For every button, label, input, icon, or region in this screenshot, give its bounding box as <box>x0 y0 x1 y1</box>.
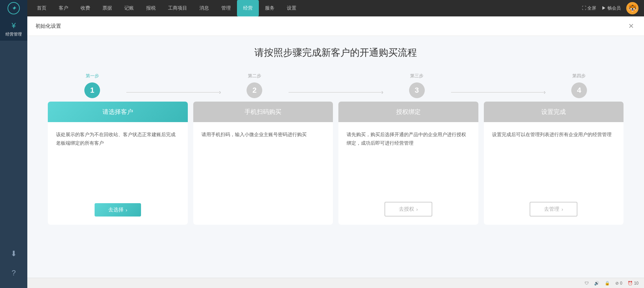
step-card-4: 设置完成 设置完成后可以在管理列表进行所有企业用户的经营管理 去管理 › <box>484 102 624 225</box>
nav-fee[interactable]: 收费 <box>74 0 96 16</box>
card-2-header: 手机扫码购买 <box>193 102 333 122</box>
sidebar: ✦ ¥ 经营管理 ⬇ ? <box>0 0 27 288</box>
step-3-action-button[interactable]: 去授权 › <box>384 202 432 217</box>
shield-icon: 🛡 <box>585 281 589 286</box>
step-card-3: 授权绑定 请先购买，购买后选择开通的产品中的企业用户进行授权绑定，成功后即可进行… <box>338 102 478 225</box>
card-2-body: 请用手机扫码，输入小微企业主账号密码进行购买 <box>193 122 333 211</box>
nav-bill[interactable]: 票据 <box>96 0 118 16</box>
step-2-circle: 2 <box>247 82 262 98</box>
card-4-body: 设置完成后可以在管理列表进行所有企业用户的经营管理 <box>484 122 624 196</box>
step-4-label: 第四步 <box>572 73 586 79</box>
card-1-footer: 去选择 › <box>48 198 188 225</box>
card-1-body: 该处展示的客户为不在回收站、客户状态正常建账后完成老板端绑定的所有客户 <box>48 122 188 198</box>
logo: ✦ <box>0 0 27 16</box>
nav-customer[interactable]: 客户 <box>53 0 74 16</box>
step-1-label: 第一步 <box>86 73 99 79</box>
card-4-header: 设置完成 <box>484 102 624 122</box>
volume-icon: 🔊 <box>594 281 599 286</box>
page-header: 初始化设置 ✕ <box>27 16 644 36</box>
connector-2-3: › <box>289 89 382 96</box>
cards-row: 请选择客户 该处展示的客户为不在回收站、客户状态正常建账后完成老板端绑定的所有客… <box>48 102 624 225</box>
nav-settings[interactable]: 设置 <box>281 0 303 16</box>
card-3-footer: 去授权 › <box>338 196 478 225</box>
step-3-label: 第三步 <box>410 73 423 79</box>
card-1-header: 请选择客户 <box>48 102 188 122</box>
connector-1-2: › <box>126 89 220 96</box>
step-card-2: 手机扫码购买 请用手机扫码，输入小微企业主账号密码进行购买 <box>193 102 333 225</box>
fullscreen-btn[interactable]: ⛶ 全屏 <box>582 5 597 11</box>
nav-service[interactable]: 服务 <box>259 0 281 16</box>
step-3-header: 第三步 3 <box>383 73 451 98</box>
process-container: 请按照步骤完成新客户的开通购买流程 第一步 1 › 第二步 2 <box>27 36 644 238</box>
step-card-1: 请选择客户 该处展示的客户为不在回收站、客户状态正常建账后完成老板端绑定的所有客… <box>48 102 188 225</box>
nav-manage[interactable]: 管理 <box>215 0 237 16</box>
connector-3-4: › <box>451 89 545 96</box>
nav-operation[interactable]: 经营 <box>237 0 259 16</box>
status-right: 🛡 🔊 🔒 ⊘ 0 ⏰ 10 <box>585 281 639 286</box>
nav-message[interactable]: 消息 <box>193 0 215 16</box>
card-3-header: 授权绑定 <box>338 102 478 122</box>
logo-icon: ✦ <box>8 2 20 14</box>
lock-icon: 🔒 <box>605 281 610 286</box>
step-1-circle: 1 <box>84 82 100 98</box>
step-4-circle: 4 <box>571 82 587 98</box>
card-4-footer: 去管理 › <box>484 196 624 225</box>
step-3-circle: 3 <box>409 82 425 98</box>
status-bar: ▶ 完成 🛡 🔊 🔒 ⊘ 0 ⏰ 10 <box>0 278 644 288</box>
sidebar-item-finance[interactable]: ¥ 经营管理 <box>0 16 27 41</box>
clock-status: ⏰ 10 <box>628 281 639 286</box>
step-4-header: 第四步 4 <box>545 73 613 98</box>
nav-tax[interactable]: 报税 <box>140 0 162 16</box>
step-1-action-button[interactable]: 去选择 › <box>95 203 141 217</box>
sidebar-item-label: 经营管理 <box>5 31 22 37</box>
page-title: 初始化设置 <box>36 23 61 29</box>
card-2-footer <box>193 211 333 225</box>
nav-right: ⛶ 全屏 ▶ 畅会员 🐯 <box>582 2 644 14</box>
network-status: ⊘ 0 <box>615 281 622 286</box>
nav-account[interactable]: 记账 <box>118 0 140 16</box>
close-button[interactable]: ✕ <box>626 21 636 31</box>
card-3-body: 请先购买，购买后选择开通的产品中的企业用户进行授权绑定，成功后即可进行经营管理 <box>338 122 478 196</box>
help-button[interactable]: ? <box>5 265 22 281</box>
finance-icon: ¥ <box>12 21 16 30</box>
main-content: 初始化设置 ✕ 请按照步骤完成新客户的开通购买流程 第一步 1 › 第二步 <box>27 16 644 278</box>
avatar[interactable]: 🐯 <box>626 2 639 14</box>
step-1-header: 第一步 1 <box>58 73 126 98</box>
top-nav: 首页 客户 收费 票据 记账 报税 工商项目 消息 管理 经营 服务 设置 ⛶ … <box>0 0 644 16</box>
sidebar-bottom: ⬇ ? <box>0 246 27 288</box>
step-4-action-button[interactable]: 去管理 › <box>530 202 577 217</box>
step-2-header: 第二步 2 <box>220 73 289 98</box>
step-2-label: 第二步 <box>248 73 261 79</box>
download-button[interactable]: ⬇ <box>5 246 22 262</box>
member-btn[interactable]: ▶ 畅会员 <box>602 5 621 11</box>
nav-home[interactable]: 首页 <box>31 0 53 16</box>
nav-biz[interactable]: 工商项目 <box>162 0 193 16</box>
process-title: 请按照步骤完成新客户的开通购买流程 <box>48 46 624 59</box>
